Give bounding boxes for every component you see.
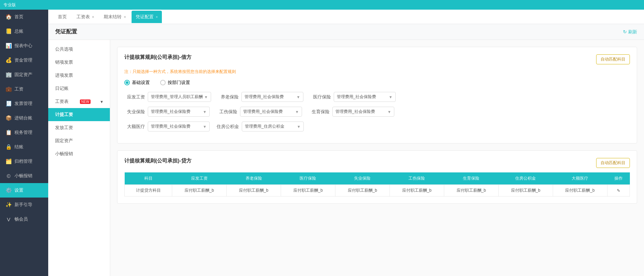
select-yingfa[interactable]: 管理费用_管理人员职工薪酬 ▼ [148,92,211,102]
select-gongjijin[interactable]: 管理费用_住房公积金 ▼ [242,121,304,131]
credit-table-wrapper: 科目应发工资养老保险医疗保险失业保险工伤保险生育保险住房公积金大额医疗操作 计提… [124,172,630,197]
sidebar-label-tax: 税务管理 [14,129,32,136]
radio-dept-circle [160,80,166,85]
th-养老保险: 养老保险 [227,172,281,185]
select-yiliao[interactable]: 管理费用_社会保险费 ▼ [334,92,396,102]
credit-section-title: 计提核算规则(公司承担)-贷方 [124,158,191,164]
th-失业保险: 失业保险 [335,172,389,185]
sidebar-item-settings[interactable]: ⚙️设置 [0,183,48,198]
th-大额医疗: 大额医疗 [553,172,607,185]
nav-label-fixed-assets: 固定资产 [55,138,73,144]
th-科目: 科目 [125,172,172,185]
sidebar-item-funds[interactable]: 💰资金管理 [0,53,48,67]
label-yingfa: 应发工资 [124,94,145,100]
sidebar-item-assets[interactable]: 🏢固定资产 [0,67,48,82]
sidebar-icon-archive: 🗂️ [6,158,12,164]
sidebar-item-xiaochang[interactable]: ©小畅报销 [0,169,48,183]
sidebar-label-vip: 畅会员 [14,216,28,222]
th-医疗保险: 医疗保险 [281,172,335,185]
tab-label-home: 首页 [58,14,67,20]
sidebar-item-reports[interactable]: 📊报表中心 [0,39,48,53]
debit-section: 计提核算规则(公司承担)-借方 自动匹配科目 注：只能选择一种方式，系统将按照您… [117,47,637,144]
form-item-shiye: 失业保险 管理费用_社会保险费 ▼ [124,107,210,117]
top-bar: 专业版 [0,0,644,10]
nav-item-fixed-assets[interactable]: 固定资产 [48,134,110,147]
form-item-daeyiliao: 大额医疗 管理费用_社会保险费 ▼ [124,121,210,131]
sidebar-item-archive[interactable]: 🗂️归档管理 [0,154,48,169]
credit-auto-match-button[interactable]: 自动匹配科目 [596,158,630,168]
label-yanglao: 养老保险 [218,94,239,100]
sidebar-icon-salary: 💼 [6,86,12,92]
sidebar-item-home[interactable]: 🏠首页 [0,10,48,24]
sidebar-label-ledger: 总账 [14,28,23,34]
cell-value-4: 应付职工薪酬_b [389,185,444,197]
nav-item-journal[interactable]: 日记账 [48,82,110,95]
nav-item-purchase[interactable]: 进项发票 [48,69,110,82]
tab-close-period[interactable]: × [124,15,126,19]
tab-voucher[interactable]: 凭证配置× [132,11,162,23]
debit-form-row-3: 大额医疗 管理费用_社会保险费 ▼ 住房公积金 管理费用_住房公积金 ▼ [124,121,630,131]
cell-value-0: 应付职工薪酬_b [172,185,227,197]
radio-dept[interactable]: 按部门设置 [160,79,190,86]
nav-label-sales: 销项发票 [55,59,73,65]
debit-notice: 注：只能选择一种方式，系统将按照您当前的选择来配置规则 [124,69,630,75]
select-yanglao[interactable]: 管理费用_社会保险费 ▼ [241,92,303,102]
select-shengyu[interactable]: 管理费用_社会保险费 ▼ [332,107,394,117]
sidebar-icon-guide: ✨ [6,202,12,208]
sidebar-item-guide[interactable]: ✨新手引导 [0,198,48,212]
radio-basic-circle [124,80,130,85]
chevron-icon: ▼ [203,110,207,114]
sidebar-item-tax[interactable]: 📋税务管理 [0,125,48,140]
tab-payroll[interactable]: 工资表× [72,11,98,23]
cell-value-5: 应付职工薪酬_b [444,185,498,197]
nav-item-issue-salary[interactable]: 发放工资 [48,121,110,134]
main-content: 首页工资表×期末结转×凭证配置× 凭证配置 ↻ 刷新 公共选项销项发票进项发票日… [48,10,644,276]
sidebar-icon-ledger: 📒 [6,28,12,34]
tab-label-payroll: 工资表 [76,14,90,20]
cell-subject: 计提贷方科目 [125,185,172,197]
tab-bar: 首页工资表×期末结转×凭证配置× [48,10,644,24]
nav-item-calc-salary[interactable]: 计提工资 [48,108,110,121]
sidebar-item-ledger[interactable]: 📒总账 [0,24,48,39]
chevron-icon: ▼ [389,95,393,99]
sidebar: 🏠首页📒总账📊报表中心💰资金管理🏢固定资产💼工资🧾发票管理📦进销台账📋税务管理🔒… [0,10,48,276]
tab-close-voucher[interactable]: × [156,15,158,19]
sidebar-item-inventory[interactable]: 📦进销台账 [0,111,48,125]
tab-home[interactable]: 首页 [54,11,71,23]
sidebar-item-vip[interactable]: V畅会员 [0,212,48,226]
chevron-icon: ▼ [297,95,300,99]
cell-operation[interactable]: ✎ [607,185,630,197]
credit-section-header: 计提核算规则(公司承担)-贷方 自动匹配科目 [124,158,630,168]
sidebar-label-home: 首页 [14,14,23,20]
sidebar-item-close[interactable]: 🔒结账 [0,140,48,154]
nav-item-payroll-table[interactable]: 工资表NEW▾ [48,95,110,108]
chevron-icon: ▼ [387,110,391,114]
nav-label-public: 公共选项 [55,46,73,52]
sidebar-item-invoices[interactable]: 🧾发票管理 [0,96,48,111]
brand-label: 专业版 [3,2,16,8]
select-shiye[interactable]: 管理费用_社会保险费 ▼ [148,107,210,117]
select-daeyiliao[interactable]: 管理费用_社会保险费 ▼ [148,121,210,131]
sidebar-label-salary: 工资 [14,86,23,92]
sidebar-icon-settings: ⚙️ [6,187,12,193]
nav-item-public[interactable]: 公共选项 [48,43,110,56]
tab-period[interactable]: 期末结转× [100,11,130,23]
nav-item-expense[interactable]: 小畅报销 [48,147,110,160]
refresh-button[interactable]: ↻ 刷新 [623,29,637,35]
debit-auto-match-button[interactable]: 自动匹配科目 [596,54,630,64]
sidebar-label-invoices: 发票管理 [14,100,32,107]
tab-close-payroll[interactable]: × [92,15,94,19]
select-gongshang[interactable]: 管理费用_社会保险费 ▼ [240,107,302,117]
cell-value-3: 应付职工薪酬_b [335,185,389,197]
sidebar-icon-reports: 📊 [6,43,12,49]
form-item-yanglao: 养老保险 管理费用_社会保险费 ▼ [218,92,303,102]
debit-form-row-1: 应发工资 管理费用_管理人员职工薪酬 ▼ 养老保险 管理费用_社会保险费 ▼ [124,92,630,102]
sidebar-icon-home: 🏠 [6,14,12,20]
nav-label-payroll-table: 工资表 [55,98,69,105]
sidebar-icon-invoices: 🧾 [6,100,12,107]
right-panel: 计提核算规则(公司承担)-借方 自动匹配科目 注：只能选择一种方式，系统将按照您… [110,40,644,276]
nav-item-sales[interactable]: 销项发票 [48,56,110,69]
sidebar-item-salary[interactable]: 💼工资 [0,82,48,96]
nav-label-issue-salary: 发放工资 [55,125,73,131]
radio-basic[interactable]: 基础设置 [124,79,150,86]
